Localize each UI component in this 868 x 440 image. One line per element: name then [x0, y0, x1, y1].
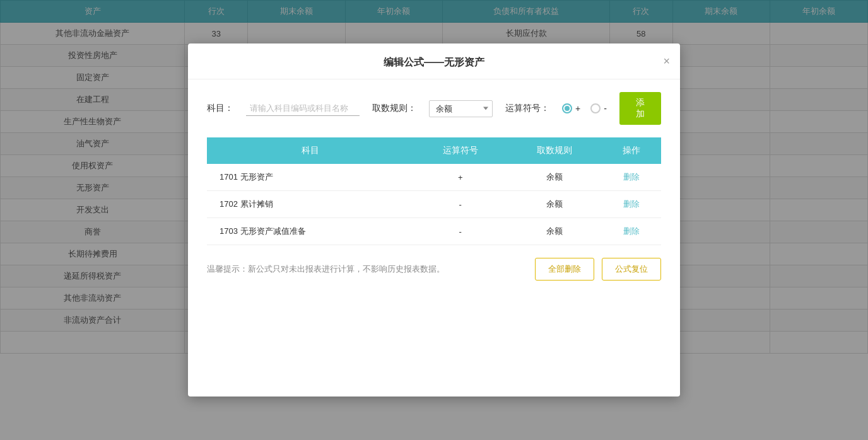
modal-close-button[interactable]: × — [663, 55, 670, 67]
formula-operator-cell: - — [413, 191, 507, 218]
formula-table-row: 1701 无形资产+余额删除 — [207, 164, 661, 191]
operator-minus-option[interactable]: - — [590, 103, 607, 113]
formula-rule-cell: 余额 — [507, 191, 601, 218]
modal-footer: 温馨提示：新公式只对未出报表进行计算，不影响历史报表数据。 全部删除 公式复位 — [188, 245, 680, 287]
operator-plus-option[interactable]: + — [562, 103, 580, 113]
formula-subject-cell: 1703 无形资产减值准备 — [207, 218, 413, 245]
modal-title: 编辑公式——无形资产 — [384, 57, 484, 67]
formula-subject-cell: 1701 无形资产 — [207, 164, 413, 191]
rule-label: 取数规则： — [372, 103, 416, 114]
footer-buttons: 全部删除 公式复位 — [535, 258, 661, 281]
modal-overlay: 编辑公式——无形资产 × 科目： 取数规则： 余额借方发生额贷方发生额 运算符号… — [0, 0, 868, 440]
subject-label: 科目： — [207, 103, 233, 114]
radio-plus-indicator — [562, 103, 572, 113]
formula-table-header: 科目 — [207, 137, 413, 164]
subject-input[interactable] — [246, 101, 360, 116]
operator-plus-label: + — [575, 103, 580, 113]
operator-radio-group: + - — [562, 103, 607, 113]
formula-table-row: 1702 累计摊销-余额删除 — [207, 191, 661, 218]
formula-operator-cell: - — [413, 218, 507, 245]
rule-select-wrap: 余额借方发生额贷方发生额 — [429, 100, 493, 117]
operator-minus-label: - — [604, 103, 607, 113]
formula-form: 科目： 取数规则： 余额借方发生额贷方发生额 运算符号： + - 添加 — [188, 79, 680, 137]
formula-subject-cell: 1702 累计摊销 — [207, 191, 413, 218]
formula-table-row: 1703 无形资产减值准备-余额删除 — [207, 218, 661, 245]
radio-minus-indicator — [590, 103, 601, 113]
formula-action-cell: 删除 — [602, 191, 661, 218]
modal-dialog: 编辑公式——无形资产 × 科目： 取数规则： 余额借方发生额贷方发生额 运算符号… — [188, 43, 680, 397]
formula-table-header: 运算符号 — [413, 137, 507, 164]
tip-text: 温馨提示：新公式只对未出报表进行计算，不影响历史报表数据。 — [207, 263, 445, 275]
delete-row-button[interactable]: 删除 — [623, 199, 640, 209]
formula-action-cell: 删除 — [602, 218, 661, 245]
formula-action-cell: 删除 — [602, 164, 661, 191]
reset-formula-button[interactable]: 公式复位 — [602, 258, 661, 281]
delete-row-button[interactable]: 删除 — [623, 172, 640, 182]
formula-table: 科目运算符号取数规则操作 1701 无形资产+余额删除1702 累计摊销-余额删… — [207, 137, 661, 245]
formula-operator-cell: + — [413, 164, 507, 191]
operator-label: 运算符号： — [505, 103, 549, 114]
delete-row-button[interactable]: 删除 — [623, 226, 640, 236]
formula-rule-cell: 余额 — [507, 164, 601, 191]
delete-all-button[interactable]: 全部删除 — [535, 258, 594, 281]
formula-table-header: 操作 — [602, 137, 661, 164]
formula-rule-cell: 余额 — [507, 218, 601, 245]
formula-table-wrap: 科目运算符号取数规则操作 1701 无形资产+余额删除1702 累计摊销-余额删… — [188, 137, 680, 245]
rule-select[interactable]: 余额借方发生额贷方发生额 — [429, 100, 493, 117]
formula-table-header: 取数规则 — [507, 137, 601, 164]
modal-header: 编辑公式——无形资产 × — [188, 43, 680, 79]
add-button[interactable]: 添加 — [619, 92, 661, 125]
